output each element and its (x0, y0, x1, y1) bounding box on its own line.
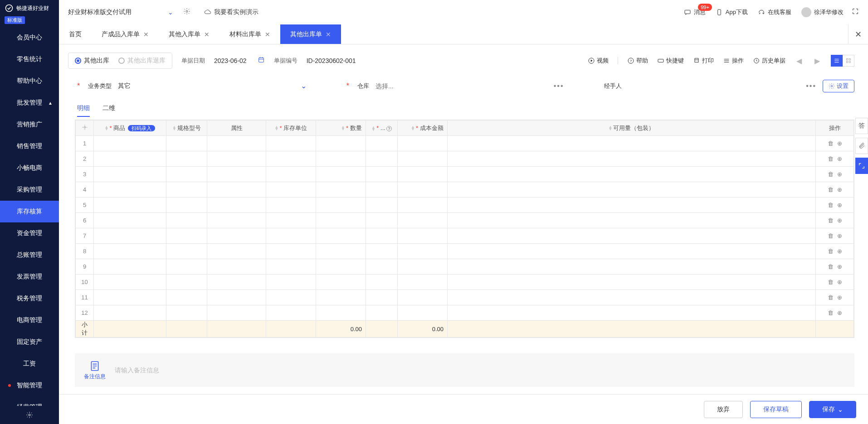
table-row[interactable]: 9🗑⊕ (76, 259, 854, 275)
sidebar-item-11[interactable]: 发票管理 (0, 266, 59, 288)
form-settings-button[interactable]: 设置 (823, 80, 854, 92)
add-row-icon[interactable]: ⊕ (837, 155, 842, 162)
print-link[interactable]: 打印 (693, 57, 714, 65)
sidebar-item-10[interactable]: 总账管理 (0, 244, 59, 266)
col-product[interactable]: ▲▼*商品扫码录入 (94, 120, 166, 136)
sidebar-item-13[interactable]: 电商管理 (0, 309, 59, 331)
delete-row-icon[interactable]: 🗑 (828, 232, 834, 239)
help-link[interactable]: ?帮助 (627, 57, 648, 65)
table-row[interactable]: 1🗑⊕ (76, 136, 854, 151)
col-unit[interactable]: ▲▼*库存单位 (266, 120, 316, 136)
sidebar-item-4[interactable]: 营销推广 (0, 114, 59, 135)
close-icon[interactable]: ✕ (204, 31, 210, 38)
view-card[interactable] (843, 55, 854, 67)
video-link[interactable]: 视频 (588, 57, 609, 65)
delete-row-icon[interactable]: 🗑 (828, 263, 834, 270)
rail-expand[interactable] (855, 158, 868, 174)
tab-3[interactable]: 材料出库单✕ (219, 24, 280, 44)
delete-row-icon[interactable]: 🗑 (828, 171, 834, 178)
add-row-icon[interactable]: ⊕ (837, 140, 842, 147)
close-icon[interactable]: ✕ (326, 31, 331, 38)
fullscreen-toggle[interactable] (852, 8, 859, 17)
delete-row-icon[interactable]: 🗑 (828, 217, 834, 224)
warehouse-select[interactable]: ••• (375, 82, 564, 91)
biztype-select[interactable]: ⌄ (118, 82, 307, 91)
sidebar-settings[interactable] (0, 406, 59, 424)
radio-other-out[interactable]: 其他出库 (75, 57, 109, 65)
warehouse-input[interactable] (375, 82, 554, 90)
scan-button[interactable]: 扫码录入 (128, 125, 155, 131)
delete-row-icon[interactable]: 🗑 (828, 186, 834, 193)
app-switcher[interactable]: ⌄ (168, 9, 173, 16)
view-list[interactable] (831, 55, 843, 67)
topbar-settings[interactable] (183, 8, 190, 17)
sidebar-item-2[interactable]: 帮助中心 (0, 70, 59, 92)
col-qty[interactable]: ▲▼*数量 (316, 120, 366, 136)
add-row-icon[interactable]: ⊕ (837, 309, 842, 316)
rail-item-1[interactable]: 答 (855, 118, 868, 134)
delete-row-icon[interactable]: 🗑 (828, 155, 834, 162)
tab-4[interactable]: 其他出库单✕ (280, 24, 341, 44)
table-row[interactable]: 12🗑⊕ (76, 305, 854, 321)
add-row-icon[interactable]: ⊕ (837, 279, 842, 285)
tab-1[interactable]: 产成品入库单✕ (92, 24, 159, 44)
tabstrip-close-all[interactable]: ✕ (848, 24, 868, 44)
col-short[interactable]: ▲▼*...? (366, 120, 398, 136)
col-attr[interactable]: 属性 (207, 120, 266, 136)
sidebar-item-17[interactable]: 经营管理 (0, 396, 59, 406)
prev-doc[interactable]: ◀ (795, 57, 804, 65)
save-draft-button[interactable]: 保存草稿 (750, 401, 802, 418)
user-menu[interactable]: 徐泽华修改 (801, 7, 844, 17)
subtab-detail[interactable]: 明细 (77, 104, 90, 117)
tab-0[interactable]: 首页 (59, 24, 92, 44)
tab-2[interactable]: 其他入库单✕ (159, 24, 219, 44)
sidebar-item-14[interactable]: 固定资产 (0, 331, 59, 353)
calendar-icon[interactable] (258, 56, 265, 65)
sidebar-item-1[interactable]: 零售统计 (0, 48, 59, 70)
col-cost[interactable]: ▲▼*成本金额 (398, 120, 448, 136)
add-row-icon[interactable]: ⊕ (837, 263, 842, 270)
col-spec[interactable]: ▲▼规格型号 (166, 120, 207, 136)
app-download-action[interactable]: App下载 (716, 8, 748, 16)
table-row[interactable]: 8🗑⊕ (76, 244, 854, 259)
sidebar-item-5[interactable]: 销售管理 (0, 135, 59, 157)
handler-select[interactable]: ••• (628, 82, 817, 91)
sidebar-item-3[interactable]: 批发管理▲ (0, 92, 59, 114)
sidebar-item-0[interactable]: 会员中心 (0, 27, 59, 48)
add-row-icon[interactable]: ⊕ (837, 232, 842, 239)
delete-row-icon[interactable]: 🗑 (828, 248, 834, 255)
add-row-icon[interactable]: ⊕ (837, 217, 842, 224)
rail-attachment[interactable] (855, 138, 868, 154)
sidebar-item-16[interactable]: 智能管理 (0, 375, 59, 396)
discard-button[interactable]: 放弃 (704, 401, 743, 418)
add-row-icon[interactable]: ⊕ (837, 248, 842, 255)
sidebar-item-7[interactable]: 采购管理 (0, 179, 59, 201)
messages-action[interactable]: 消息 99+ (684, 8, 706, 16)
subtab-2d[interactable]: 二维 (102, 104, 115, 117)
sidebar-item-6[interactable]: 小畅电商 (0, 157, 59, 179)
table-row[interactable]: 10🗑⊕ (76, 275, 854, 290)
table-row[interactable]: 4🗑⊕ (76, 182, 854, 198)
shortcut-link[interactable]: 快捷键 (657, 57, 684, 65)
sidebar-item-8[interactable]: 库存核算 (0, 201, 59, 222)
table-row[interactable]: 2🗑⊕ (76, 151, 854, 167)
table-row[interactable]: 5🗑⊕ (76, 198, 854, 213)
delete-row-icon[interactable]: 🗑 (828, 202, 834, 208)
sidebar-item-12[interactable]: 税务管理 (0, 288, 59, 309)
save-button[interactable]: 保存⌄ (809, 401, 856, 418)
table-row[interactable]: 3🗑⊕ (76, 167, 854, 182)
delete-row-icon[interactable]: 🗑 (828, 294, 834, 301)
delete-row-icon[interactable]: 🗑 (828, 279, 834, 285)
add-row-icon[interactable]: ⊕ (837, 171, 842, 178)
delete-row-icon[interactable]: 🗑 (828, 309, 834, 316)
sidebar-item-9[interactable]: 资金管理 (0, 222, 59, 244)
support-action[interactable]: 在线客服 (758, 8, 791, 16)
delete-row-icon[interactable]: 🗑 (828, 140, 834, 147)
ops-link[interactable]: 操作 (723, 57, 744, 65)
demo-link[interactable]: 我要看实例演示 (204, 8, 258, 16)
close-icon[interactable]: ✕ (143, 31, 149, 38)
date-value[interactable]: 2023-06-02 (214, 57, 247, 64)
biztype-input[interactable] (118, 82, 301, 90)
col-avail[interactable]: ▲▼可用量（包装） (448, 120, 816, 136)
radio-other-out-return[interactable]: 其他出库退库 (118, 57, 166, 65)
